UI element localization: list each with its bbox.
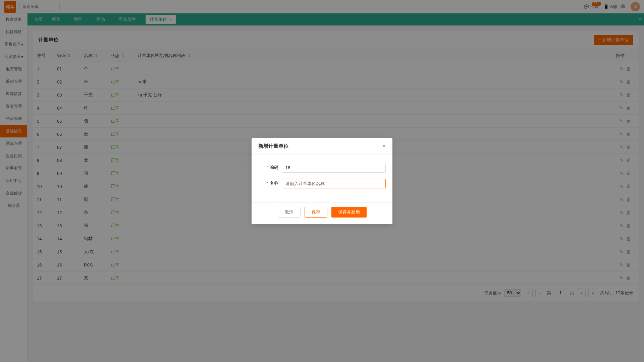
modal-close-button[interactable]: ×	[382, 143, 386, 150]
modal-overlay[interactable]: 新增计量单位 × * 编码 * 名称 取消 保存 保存并新增	[0, 0, 644, 362]
required-mark-name: *	[267, 181, 268, 186]
save-and-new-button[interactable]: 保存并新增	[331, 207, 367, 218]
modal-body: * 编码 * 名称	[252, 155, 392, 202]
save-button[interactable]: 保存	[305, 207, 327, 218]
code-input[interactable]	[282, 163, 386, 173]
modal-header: 新增计量单位 ×	[252, 138, 392, 155]
cancel-button[interactable]: 取消	[278, 207, 301, 218]
add-unit-modal: 新增计量单位 × * 编码 * 名称 取消 保存 保存并新增	[252, 138, 392, 224]
name-label: * 名称	[258, 180, 278, 186]
modal-title: 新增计量单位	[258, 143, 288, 149]
required-mark: *	[267, 165, 268, 170]
modal-footer: 取消 保存 保存并新增	[252, 202, 392, 224]
form-row-name: * 名称	[258, 179, 386, 188]
name-input[interactable]	[282, 179, 386, 188]
code-label: * 编码	[258, 165, 278, 171]
form-row-code: * 编码	[258, 163, 386, 173]
